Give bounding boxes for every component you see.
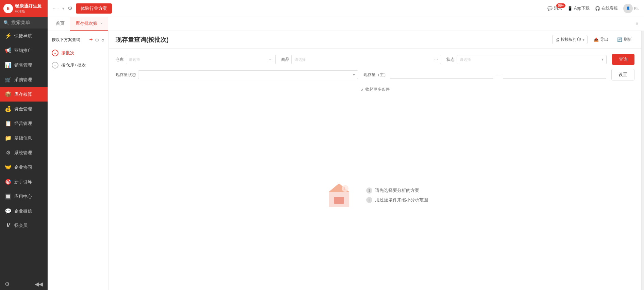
svg-point-3 [342,185,349,192]
username-label: Rit [634,6,639,11]
collapse-filters-button[interactable]: ∧ 收起更多条件 [116,85,634,94]
sidebar-item-purchase[interactable]: 🛒 采购管理 [0,72,48,87]
sidebar-item-management[interactable]: 📋 经营管理 [0,116,48,131]
sidebar-item-finance[interactable]: 💰 资金管理 [0,102,48,116]
stock-qty-max-input[interactable] [503,71,606,79]
product-input[interactable]: 请选择 ··· [291,55,441,64]
message-badge: 99+ [556,3,565,8]
sidebar-item-system[interactable]: ⚙ 系统管理 [0,145,48,160]
sidebar-item-label: 资金管理 [14,106,32,112]
filter-stock-status: 现存量状态 ▾ [116,70,358,79]
warehouse-dots[interactable]: ··· [269,57,273,62]
stock-status-arrow-icon: ▾ [353,72,355,77]
page-title: 现存量查询(按批次) [116,36,169,44]
experience-industry-button[interactable]: 体验行业方案 [76,3,112,14]
online-service-button[interactable]: 🎧 在线客服 [595,5,618,11]
collapse-panel-icon[interactable]: « [101,37,104,43]
left-panel: 按以下方案查询 + ⚙ « ● 按批次 ○ 按仓库+批次 [48,31,109,290]
empty-tip-1: 1 请先选择要分析的方案 [366,187,428,194]
filter-plan-label: 按以下方案查询 [52,37,80,43]
sidebar-item-marketing[interactable]: 📢 营销推广 [0,43,48,58]
chevron-down-icon[interactable]: ▾ [62,6,64,11]
sidebar-item-quick-nav[interactable]: ⚡ 快捷导航 [0,29,48,43]
sidebar-item-member[interactable]: V 畅会员 [0,218,48,233]
member-icon: V [5,222,12,229]
right-scrollbar [641,31,644,290]
plan-label: 按批次 [61,50,74,56]
tab-home[interactable]: 首页 [50,17,70,31]
user-avatar[interactable]: 👤 Rit [623,4,639,13]
purchase-icon: 🛒 [5,76,12,83]
guide-icon: 🎯 [5,179,12,185]
sidebar-item-basic-info[interactable]: 📁 基础信息 [0,131,48,145]
filter-product: 商品 请选择 ··· [281,55,441,64]
svg-rect-2 [334,197,344,204]
sidebar-item-label: 系统管理 [14,150,32,156]
svg-text:!: ! [343,187,344,191]
plan-settings-icon[interactable]: ⚙ [95,37,99,43]
topbar-icons: 💬 消息 99+ 📱 App下载 🎧 在线客服 👤 Rit [547,4,639,13]
empty-state: ! 1 请先选择要分析的方案 2 用过滤条件来缩小分析范围 [109,100,641,290]
refresh-button[interactable]: 🔄 刷新 [614,35,634,44]
collaboration-icon: 🤝 [5,164,12,170]
template-arrow-icon: ▾ [582,37,584,42]
query-button[interactable]: 查询 [612,54,634,65]
page-header: 现存量查询(按批次) 🖨 按模板打印 ▾ 📤 导出 🔄 刷新 [109,31,641,49]
system-icon: ⚙ [5,149,12,156]
tab-inventory-batch[interactable]: 库存批次账 × [70,17,108,31]
close-tab-button[interactable]: × [100,21,103,26]
filter-row-1: 仓库 请选择 ··· 商品 请选择 ··· [116,54,634,65]
search-label: 搜索菜单 [11,20,30,26]
status-select[interactable]: 请选择 ▾ [457,55,607,64]
collapse-icon: ∧ [361,87,364,92]
plan-item-by-warehouse-batch[interactable]: ○ 按仓库+批次 [48,59,108,71]
sidebar-item-guide[interactable]: 🎯 新手引导 [0,175,48,189]
stock-status-select[interactable]: ▾ [138,70,358,79]
sidebar-item-collaboration[interactable]: 🤝 企业协同 [0,160,48,175]
warehouse-filter-label: 仓库 [116,57,124,62]
collapse-sidebar-button[interactable]: ◀◀ [35,281,43,287]
plan-item-by-batch[interactable]: ● 按批次 [48,47,108,59]
stock-qty-min-input[interactable] [390,71,493,79]
sidebar-item-sales[interactable]: 📊 销售管理 [0,58,48,72]
plan-label: 按仓库+批次 [61,62,86,68]
sidebar-item-label: 应用中心 [14,194,32,200]
template-print-button[interactable]: 🖨 按模板打印 ▾ [552,35,588,44]
setting-button[interactable]: 设置 [611,69,634,80]
sidebar-item-label: 基础信息 [14,135,32,141]
tip-num-1: 1 [366,187,372,194]
sidebar-item-label: 企业协同 [14,164,32,170]
status-filter-label: 状态 [446,57,455,62]
collapse-label: 收起更多条件 [365,87,390,92]
app-title: 畅康通好生意 [15,3,41,9]
tabs-bar: 首页 库存批次账 × × [48,17,644,31]
right-main: 现存量查询(按批次) 🖨 按模板打印 ▾ 📤 导出 🔄 刷新 [109,31,641,290]
finance-icon: 💰 [5,106,12,112]
sidebar-search[interactable]: 🔍 搜索菜单 [0,17,48,29]
refresh-label: 刷新 [624,37,632,42]
sidebar-item-inventory[interactable]: 📦 库存核算 [0,87,48,102]
product-dots[interactable]: ··· [434,57,438,62]
settings-button[interactable]: ⚙ [5,281,10,287]
add-plan-icon[interactable]: + [89,36,93,43]
sales-icon: 📊 [5,62,12,68]
export-icon: 📤 [594,37,599,42]
app-download-button[interactable]: 📱 App下载 [567,5,589,11]
sidebar-item-wechat[interactable]: 💬 企业微信 [0,204,48,218]
marketing-icon: 📢 [5,47,12,54]
message-button[interactable]: 💬 消息 99+ [547,5,562,11]
export-button[interactable]: 📤 导出 [591,35,611,44]
empty-tip-2: 2 用过滤条件来缩小分析范围 [366,197,428,203]
warehouse-input[interactable]: 请选择 ··· [126,55,276,64]
topbar: ····· ▾ ⚙ 体验行业方案 💬 消息 99+ 📱 App下载 🎧 在线客服… [48,0,644,17]
breadcrumb-text: ····· [53,6,59,11]
stock-qty-label: 现存量（主） [363,72,388,78]
sidebar-item-apps[interactable]: 🔲 应用中心 [0,189,48,204]
content-area: 按以下方案查询 + ⚙ « ● 按批次 ○ 按仓库+批次 [48,31,644,290]
online-service-label: 在线客服 [601,5,618,11]
sidebar-bottom: ⚙ ◀◀ [0,278,48,290]
close-all-button[interactable]: × [635,21,639,27]
gear-icon[interactable]: ⚙ [68,5,72,12]
message-icon: 💬 [547,6,553,11]
sidebar-item-label: 营销推广 [14,48,32,54]
